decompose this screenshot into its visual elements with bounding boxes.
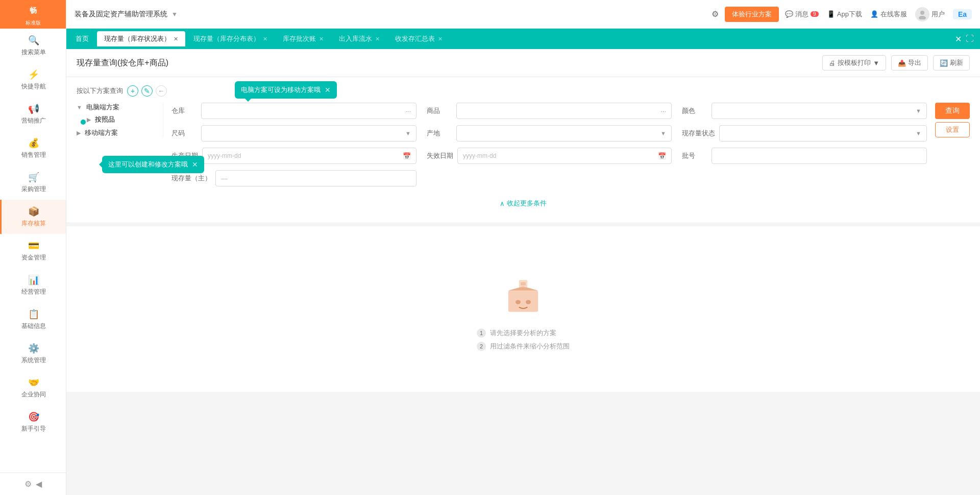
- tooltip-close-icon[interactable]: ✕: [325, 86, 331, 94]
- tooltip-create-text: 这里可以创建和修改方案哦: [108, 160, 188, 169]
- maximize-icon[interactable]: ⛶: [966, 34, 974, 44]
- sidebar-item-system[interactable]: ⚙️ 系统管理: [0, 337, 66, 371]
- expire-date-input[interactable]: yyyy-mm-dd 📅: [457, 148, 672, 164]
- scheme-expand-pc[interactable]: ▼: [77, 104, 82, 110]
- sales-icon: 💰: [28, 137, 39, 149]
- user-label: 用户: [932, 10, 945, 19]
- warehouse-select[interactable]: ···: [201, 103, 416, 119]
- sidebar-item-guide[interactable]: 🎯 新手引导: [0, 405, 66, 439]
- collapse-button[interactable]: ◀: [36, 479, 42, 489]
- tab-close-icon[interactable]: ✕: [438, 36, 443, 42]
- size-select[interactable]: ▼: [201, 125, 416, 142]
- stock-field: 现存量（主） —: [172, 170, 416, 186]
- finance-icon: 💳: [28, 240, 39, 251]
- origin-field: 产地 ▼: [427, 125, 672, 142]
- tab-close-icon[interactable]: ✕: [375, 36, 380, 42]
- settings-button[interactable]: ⚙: [24, 479, 32, 489]
- svg-rect-8: [521, 282, 526, 286]
- cooperation-icon: 🤝: [28, 377, 39, 388]
- color-field: 颜色 ▼: [682, 103, 927, 119]
- status-arrow-icon: ▼: [916, 130, 921, 136]
- product-select[interactable]: ···: [456, 103, 672, 119]
- scheme-expand-mobile[interactable]: ▶: [77, 130, 81, 136]
- system-icon: ⚙️: [28, 343, 39, 354]
- avatar: [915, 7, 929, 21]
- sidebar-item-basic[interactable]: 📋 基础信息: [0, 302, 66, 337]
- sidebar-item-cooperation[interactable]: 🤝 企业协同: [0, 371, 66, 405]
- filter-label: 按以下方案查询: [77, 86, 123, 96]
- sidebar-item-label: 资金管理: [21, 253, 46, 262]
- origin-select[interactable]: ▼: [456, 125, 672, 142]
- sidebar-item-label: 新手引导: [21, 425, 46, 433]
- product-dots[interactable]: ···: [660, 107, 666, 115]
- dot-icon: [81, 120, 86, 125]
- tab-flow[interactable]: 出入库流水 ✕: [332, 31, 387, 46]
- guide-icon: 🎯: [28, 411, 39, 422]
- sidebar-item-label: 基础信息: [21, 322, 46, 331]
- batch-input[interactable]: [712, 148, 927, 164]
- tab-home[interactable]: 首页: [68, 31, 96, 46]
- trial-button[interactable]: 体验行业方案: [725, 7, 779, 22]
- scheme-item-1[interactable]: ▶ 按照品: [87, 115, 157, 124]
- product-label: 商品: [427, 106, 452, 115]
- produce-date-input[interactable]: yyyy-mm-dd 📅: [202, 148, 416, 164]
- message-label: 消息: [795, 10, 808, 19]
- scheme-group-mobile: ▶ 移动端方案: [77, 128, 157, 137]
- origin-label: 产地: [427, 129, 452, 138]
- search-btn-group: 查询 设置: [935, 103, 970, 137]
- warehouse-dots[interactable]: ···: [405, 107, 411, 115]
- scheme-children-pc: ▶ 按照品 这里可以创建和修改方案哦 ✕: [87, 115, 157, 124]
- expire-calendar-icon[interactable]: 📅: [658, 152, 666, 160]
- tab-close-icon[interactable]: ✕: [174, 36, 178, 42]
- tab-close-icon[interactable]: ✕: [319, 36, 324, 42]
- empty-illustration: [498, 267, 549, 318]
- tab-batch-account[interactable]: 库存批次账 ✕: [276, 31, 331, 46]
- tab-inventory-status[interactable]: 现存量（库存状况表） ✕: [97, 31, 185, 46]
- connector: [81, 120, 86, 125]
- refresh-label: 刷新: [950, 58, 963, 67]
- product-field: 商品 ···: [427, 103, 672, 119]
- gear-icon[interactable]: ⚙: [712, 9, 719, 19]
- add-scheme-button[interactable]: +: [127, 85, 138, 97]
- tooltip-create-close-icon[interactable]: ✕: [192, 160, 198, 169]
- stock-input[interactable]: —: [215, 170, 416, 186]
- sidebar-item-label: 营销推广: [21, 116, 46, 125]
- sidebar-item-inventory[interactable]: 📦 库存核算: [0, 200, 66, 234]
- sidebar-logo-text: 标准版: [26, 19, 41, 27]
- sidebar-item-finance[interactable]: 💳 资金管理: [0, 234, 66, 268]
- app-download-button[interactable]: 📱 App下载: [827, 10, 862, 19]
- more-conditions-button[interactable]: ∧ 收起更多条件: [77, 193, 970, 214]
- expire-date-placeholder: yyyy-mm-dd: [463, 152, 496, 159]
- refresh-button[interactable]: 🔄 刷新: [933, 55, 970, 70]
- tip-number-1: 1: [477, 328, 486, 338]
- search-button[interactable]: 查询: [935, 103, 970, 119]
- sidebar-item-label: 快捷导航: [21, 82, 46, 91]
- back-scheme-button[interactable]: ←: [156, 85, 167, 97]
- minimize-icon[interactable]: ✕: [955, 34, 962, 44]
- status-select[interactable]: ▼: [719, 125, 927, 142]
- user-area[interactable]: 用户: [915, 7, 945, 21]
- tab-receive-summary[interactable]: 收发存汇总表 ✕: [388, 31, 450, 46]
- status-label: 现存量状态: [682, 129, 715, 138]
- sidebar-item-quicknav[interactable]: ⚡ 快捷导航: [0, 63, 66, 97]
- tab-close-icon[interactable]: ✕: [263, 36, 267, 42]
- export-button[interactable]: 📤 导出: [891, 55, 928, 70]
- message-button[interactable]: 💬 消息 9: [785, 10, 819, 19]
- print-button[interactable]: 🖨 按模板打印 ▼: [822, 55, 886, 70]
- tip-number-2: 2: [477, 342, 486, 351]
- color-select[interactable]: ▼: [712, 103, 927, 119]
- origin-arrow-icon: ▼: [660, 130, 666, 136]
- calendar-icon[interactable]: 📅: [403, 152, 411, 160]
- print-icon: 🖨: [829, 59, 836, 67]
- online-service-button[interactable]: 👤 在线客服: [870, 10, 907, 19]
- sidebar-item-search[interactable]: 🔍 搜索菜单: [0, 29, 66, 63]
- reset-button[interactable]: 设置: [935, 122, 970, 137]
- sidebar-item-marketing[interactable]: 📢 营销推广: [0, 97, 66, 131]
- tab-label: 出入库流水: [339, 34, 372, 43]
- edit-scheme-button[interactable]: ✎: [141, 85, 153, 97]
- tab-inventory-dist[interactable]: 现存量（库存分布表） ✕: [186, 31, 275, 46]
- size-field: 尺码 ▼: [172, 125, 416, 142]
- sidebar-item-purchase[interactable]: 🛒 采购管理: [0, 166, 66, 200]
- sidebar-item-operations[interactable]: 📊 经营管理: [0, 268, 66, 302]
- sidebar-item-sales[interactable]: 💰 销售管理: [0, 131, 66, 166]
